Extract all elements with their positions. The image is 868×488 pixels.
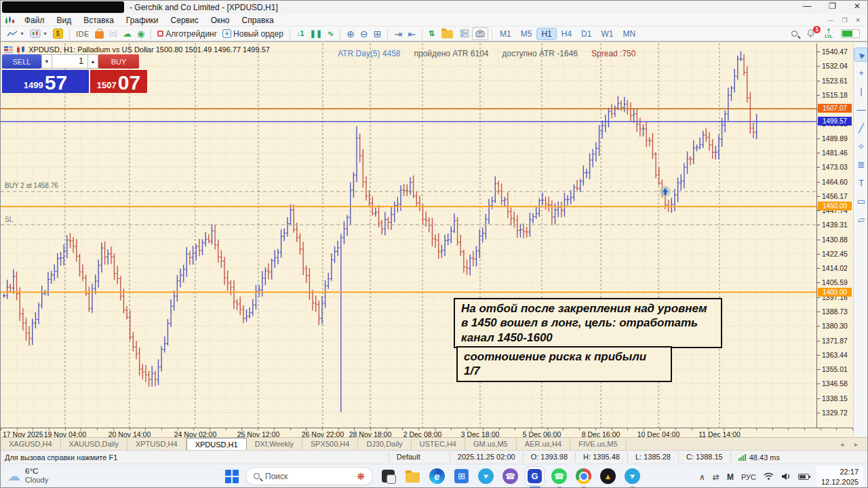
market-button[interactable] — [92, 27, 106, 40]
buy-position-label[interactable]: BUY 2 at 1458.76 — [5, 182, 58, 189]
timeframe-h1-button[interactable]: H1 — [537, 29, 555, 39]
fibo-lines-icon[interactable]: ≣ — [854, 158, 868, 171]
profile-segment[interactable]: Default — [389, 452, 450, 462]
screenshot-button[interactable] — [472, 27, 488, 40]
task-view-icon[interactable] — [379, 467, 397, 485]
deposit-button[interactable]: $ — [50, 27, 66, 40]
timeframe-m1-button[interactable]: M1 — [496, 29, 515, 39]
shift-end-button[interactable]: ⇥ — [391, 27, 405, 40]
rectangle-shape-icon[interactable]: ▭ — [854, 195, 868, 208]
telegram-2-icon[interactable]: ➤ — [623, 467, 642, 485]
menu-item-справка[interactable]: Справка — [236, 16, 280, 25]
tile-windows-button[interactable]: ⊞ — [371, 27, 384, 40]
timeframe-mn-button[interactable]: MN — [618, 29, 639, 39]
triangle-app-icon[interactable]: ▲ — [599, 467, 617, 485]
taskbar-clock[interactable]: 22:17 12.12.2025 — [816, 466, 863, 487]
edge-browser-icon[interactable]: e — [428, 467, 446, 485]
buy-button[interactable]: BUY — [98, 54, 139, 69]
notifications-button[interactable]: 1 — [806, 29, 816, 39]
text-label-icon[interactable]: T — [854, 176, 868, 189]
close-button[interactable]: ✕ — [854, 1, 861, 11]
timeframe-d1-button[interactable]: D1 — [577, 29, 595, 39]
crosshair-icon[interactable]: + — [854, 67, 868, 79]
menu-item-окно[interactable]: Окно — [205, 16, 236, 25]
volume-decrease-button[interactable]: ▼ — [41, 54, 52, 69]
tab-ustec-h4[interactable]: USTEC,H4 — [412, 438, 465, 450]
chart-preview-button[interactable]: ▼ — [27, 27, 50, 40]
depth-of-market-button[interactable] — [457, 27, 472, 40]
bid-price-panel[interactable]: 1499 57 — [2, 70, 89, 93]
bars-mode-button[interactable]: ↓1 — [294, 27, 307, 40]
line-mode-button[interactable]: ∿ — [325, 27, 336, 40]
timeframe-m5-button[interactable]: M5 — [517, 29, 536, 39]
ide-button[interactable]: IDE — [73, 27, 92, 40]
price-chart-canvas[interactable] — [1, 43, 816, 428]
maximize-button[interactable]: ❐ — [829, 1, 836, 11]
menu-item-файл[interactable]: Файл — [18, 16, 51, 25]
stop-loss-label[interactable]: SL — [5, 216, 13, 223]
templates-button[interactable] — [437, 27, 457, 40]
microsoft-store-icon[interactable]: ⊞ — [452, 467, 471, 485]
tray-volume[interactable] — [781, 472, 791, 482]
horizontal-line-icon[interactable]: ― — [854, 103, 868, 116]
auto-scroll-button[interactable]: ⇅ — [426, 27, 437, 40]
tab-xptusd-h4[interactable]: XPTUSD,H4 — [127, 438, 186, 450]
community-button[interactable]: ◉ — [134, 27, 147, 40]
zoom-in-button[interactable]: ⊕ — [344, 27, 357, 40]
signals-button[interactable]: (o) — [106, 27, 120, 40]
gerchik-terminal-icon[interactable]: G — [526, 467, 544, 485]
tab-xauusd-daily[interactable]: XAUUSD,Daily — [61, 438, 127, 450]
tab-gm-us-m5[interactable]: GM.us,M5 — [465, 438, 517, 450]
search-box[interactable]: Поиск ❋ — [245, 467, 373, 485]
child-minimize-button[interactable]: — — [827, 17, 833, 24]
sell-button[interactable]: SELL — [2, 54, 41, 69]
timeframe-w1-button[interactable]: W1 — [597, 29, 617, 39]
start-button[interactable] — [224, 469, 239, 484]
ask-price-panel[interactable]: 1507 07 — [90, 70, 147, 93]
one-click-trading-icon[interactable] — [16, 46, 25, 54]
zoom-out-button[interactable]: ⊖ — [357, 27, 371, 40]
file-explorer-icon[interactable] — [403, 467, 422, 485]
equidistant-channel-icon[interactable]: = — [854, 140, 868, 153]
search-icon[interactable] — [791, 31, 797, 37]
viber-icon[interactable]: ☎ — [501, 467, 519, 485]
child-restore-button[interactable]: ❐ — [842, 17, 847, 24]
tray-arrows[interactable]: ⇄ — [713, 472, 719, 482]
volume-increase-button[interactable]: ▲ — [87, 54, 98, 69]
time-axis[interactable]: 17 Nov 202519 Nov 04:0020 Nov 14:0024 No… — [1, 428, 853, 438]
tab-scroll-left[interactable]: ◂ — [840, 440, 844, 448]
tab-xagusd-h4[interactable]: XAGUSD,H4 — [1, 438, 61, 450]
child-close-button[interactable]: ✕ — [855, 17, 861, 24]
tray-expand[interactable]: ∧ — [699, 472, 705, 482]
telegram-icon[interactable]: ➤ — [477, 467, 495, 485]
weather-widget[interactable]: ☁ 6°C Cloudy — [7, 466, 48, 485]
menu-item-вид[interactable]: Вид — [51, 16, 78, 25]
candles-mode-button[interactable]: ❚❚ — [307, 27, 325, 40]
connection-toggle[interactable] — [841, 29, 860, 38]
shift-back-button[interactable]: ⇤ — [405, 27, 418, 40]
chrome-icon[interactable] — [574, 467, 593, 485]
tray-terminal[interactable]: M — [727, 472, 734, 482]
cloud-button[interactable]: ☁ — [120, 27, 134, 40]
tray-wifi[interactable] — [764, 472, 774, 482]
menu-item-графики[interactable]: Графики — [120, 16, 165, 25]
new-order-button[interactable]: + Новый ордер — [220, 27, 286, 40]
price-axis[interactable]: 1540.471532.041523.611515.181506.751498.… — [816, 43, 853, 428]
annotation-box-entry[interactable]: На отбой после закрепления над уровнем в… — [454, 298, 722, 348]
volume-input[interactable]: 1 — [52, 54, 87, 69]
menu-item-сервис[interactable]: Сервис — [165, 16, 205, 25]
whatsapp-icon[interactable]: ☎ — [550, 467, 568, 485]
tab-dxf-weekly[interactable]: DXf,Weekly — [247, 438, 302, 450]
chart-type-button[interactable]: ▼ — [4, 27, 27, 40]
tray-language-indicator[interactable]: РУС — [741, 473, 756, 481]
timeframe-h4-button[interactable]: H4 — [557, 29, 576, 39]
trendline-icon[interactable]: ╱ — [854, 121, 868, 134]
tab-spx500-h4[interactable]: SPX500,H4 — [302, 438, 358, 450]
annotation-box-risk[interactable]: соотношение риска к прибыли 1/7 — [456, 346, 672, 382]
connection-status[interactable]: 48.43 ms — [730, 452, 787, 462]
minimize-button[interactable]: — — [803, 1, 811, 11]
menu-item-вставка[interactable]: Вставка — [77, 16, 120, 25]
shapes-icon[interactable]: ▱ — [854, 213, 868, 226]
algo-trading-button[interactable]: Алготрейдинг — [155, 27, 220, 40]
tab-scroll-right[interactable]: ▸ — [854, 440, 858, 448]
